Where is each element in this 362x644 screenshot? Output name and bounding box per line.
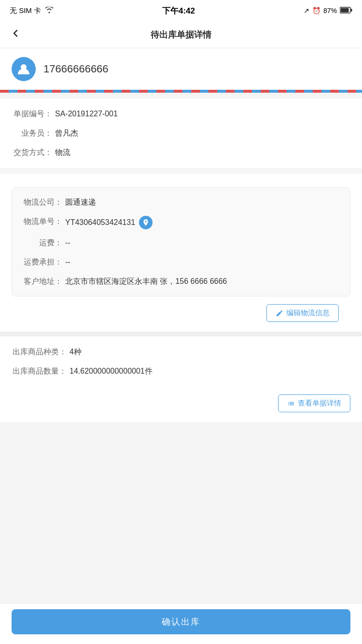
tracking-value: YT43064053424131: [65, 216, 340, 229]
salesman-value: 曾凡杰: [55, 127, 350, 139]
edit-logistics-button[interactable]: 编辑物流信息: [266, 304, 339, 322]
status-left: 无 SIM 卡: [10, 6, 54, 15]
delivery-label: 交货方式：: [12, 147, 55, 158]
freight-row: 运费： --: [22, 237, 340, 249]
avatar: [12, 57, 36, 81]
carrier-label: 无 SIM 卡: [10, 6, 41, 15]
freight-value: --: [65, 237, 340, 249]
goods-type-label: 出库商品种类：: [12, 346, 70, 358]
edit-logistics-label: 编辑物流信息: [286, 308, 330, 318]
back-button[interactable]: [6, 24, 25, 46]
tracking-row: 物流单号： YT43064053424131: [22, 216, 340, 229]
salesman-label: 业务员：: [12, 127, 55, 139]
freight-bear-row: 运费承担： --: [22, 256, 340, 268]
status-bar: 无 SIM 卡 下午4:42 ↗ ⏰ 87%: [0, 0, 362, 21]
delivery-row: 交货方式： 物流: [12, 147, 350, 158]
logistics-section: 物流公司： 圆通速递 物流单号： YT43064053424131 运费： --…: [0, 174, 362, 332]
goods-section: 出库商品种类： 4种 出库商品数量： 14.620000000000001件: [0, 336, 362, 387]
order-info-section: 单据编号： SA-20191227-001 业务员： 曾凡杰 交货方式： 物流: [0, 98, 362, 168]
wifi-icon: [45, 7, 54, 15]
battery-label: 87%: [323, 7, 337, 14]
order-no-value: SA-20191227-001: [55, 108, 350, 120]
view-detail-button[interactable]: 查看单据详情: [278, 394, 350, 412]
goods-quantity-label: 出库商品数量：: [12, 365, 70, 377]
tracking-location-button[interactable]: [139, 216, 153, 229]
edit-icon: [276, 309, 283, 317]
user-icon: [16, 62, 31, 76]
customer-phone: 17666666666: [43, 63, 109, 75]
address-row: 客户地址： 北京市市辖区海淀区永丰南 张，156 6666 6666: [22, 276, 340, 287]
list-icon: [287, 400, 295, 407]
edit-btn-container: 编辑物流信息: [12, 296, 350, 332]
logistics-card: 物流公司： 圆通速递 物流单号： YT43064053424131 运费： --…: [12, 187, 350, 296]
svg-rect-2: [340, 8, 348, 12]
confirm-section: 确认出库: [0, 603, 362, 644]
alarm-icon: ⏰: [312, 7, 320, 14]
goods-quantity-value: 14.620000000000001件: [70, 365, 350, 377]
goods-type-row: 出库商品种类： 4种: [12, 346, 350, 358]
delivery-value: 物流: [55, 147, 350, 158]
order-no-row: 单据编号： SA-20191227-001: [12, 108, 350, 120]
status-right: ↗ ⏰ 87%: [304, 7, 352, 15]
customer-header: 17666666666: [0, 48, 362, 90]
location-status-icon: ↗: [304, 7, 309, 14]
freight-bear-value: --: [65, 256, 340, 268]
view-detail-btn-container: 查看单据详情: [0, 387, 362, 422]
freight-bear-label: 运费承担：: [22, 256, 65, 268]
empty-space: [0, 422, 362, 509]
address-label: 客户地址：: [22, 276, 65, 287]
dashed-divider: [0, 90, 362, 93]
tracking-label: 物流单号：: [22, 216, 65, 227]
view-detail-label: 查看单据详情: [298, 399, 341, 408]
status-time: 下午4:42: [162, 5, 195, 16]
battery-icon: [340, 7, 352, 15]
svg-rect-1: [350, 9, 352, 12]
goods-quantity-row: 出库商品数量： 14.620000000000001件: [12, 365, 350, 377]
page-title: 待出库单据详情: [151, 29, 211, 41]
goods-type-value: 4种: [70, 346, 350, 358]
nav-bar: 待出库单据详情: [0, 21, 362, 48]
salesman-row: 业务员： 曾凡杰: [12, 127, 350, 139]
logistics-company-row: 物流公司： 圆通速递: [22, 196, 340, 208]
order-no-label: 单据编号：: [12, 108, 55, 120]
address-value: 北京市市辖区海淀区永丰南 张，156 6666 6666: [65, 276, 340, 287]
logistics-company-value: 圆通速递: [65, 196, 340, 208]
logistics-company-label: 物流公司：: [22, 196, 65, 208]
section-divider-1: [0, 332, 362, 336]
confirm-button[interactable]: 确认出库: [12, 609, 350, 634]
freight-label: 运费：: [22, 237, 65, 249]
